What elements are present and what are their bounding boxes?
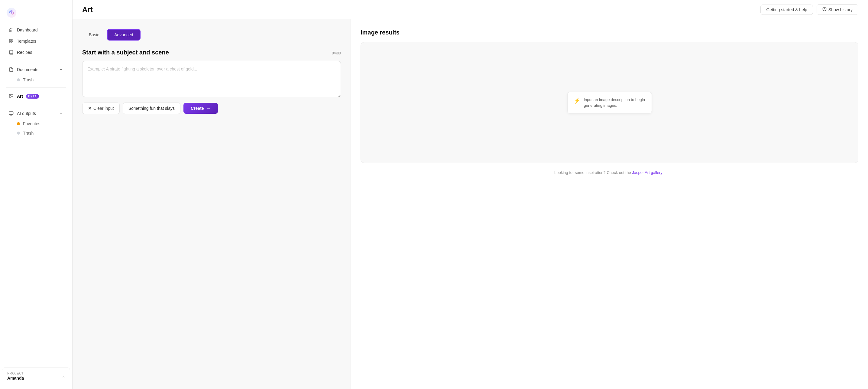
getting-started-label: Getting started & help — [766, 7, 807, 12]
show-history-label: Show history — [829, 7, 852, 12]
tab-basic[interactable]: Basic — [82, 29, 106, 40]
sidebar-item-ai-outputs-label: AI outputs — [17, 111, 36, 116]
sidebar-item-art[interactable]: Art BETA — [2, 91, 70, 102]
placeholder-text: Input an image description to begin gene… — [584, 97, 646, 109]
sidebar-item-documents-trash-label: Trash — [23, 78, 34, 82]
placeholder-message: ⚡ Input an image description to begin ge… — [567, 92, 652, 114]
right-panel: Image results ⚡ Input an image descripti… — [350, 19, 868, 389]
sidebar-item-favorites[interactable]: Favorites — [2, 119, 70, 128]
svg-point-7 — [10, 95, 11, 96]
create-button[interactable]: Create → — [183, 103, 218, 114]
sidebar-item-art-label: Art — [17, 94, 23, 99]
top-header: Art Getting started & help Show history — [72, 0, 868, 19]
sidebar-item-dashboard[interactable]: Dashboard — [2, 25, 70, 35]
dot-icon-ai-trash — [17, 132, 20, 135]
show-history-button[interactable]: Show history — [817, 4, 858, 15]
sidebar-item-documents[interactable]: Documents + — [2, 64, 70, 75]
sidebar-item-ai-outputs[interactable]: AI outputs + — [2, 108, 70, 119]
svg-rect-8 — [9, 112, 13, 114]
book-icon — [8, 50, 14, 55]
dot-icon-trash — [17, 78, 20, 81]
main-content: Art Getting started & help Show history … — [72, 0, 868, 389]
inspiration-text: Looking for some inspiration? Check out … — [361, 170, 858, 175]
dot-icon-favorites — [17, 122, 20, 125]
prompt-section: Start with a subject and scene 0/400 ✕ C… — [82, 49, 341, 114]
grid-icon — [8, 38, 14, 44]
sidebar-item-trash[interactable]: Trash — [2, 129, 70, 138]
project-name: Amanda ⌃ — [7, 376, 65, 381]
document-icon — [8, 67, 14, 72]
action-row: ✕ Clear input Something fun that slays C… — [82, 103, 341, 114]
clear-input-button[interactable]: ✕ Clear input — [82, 103, 120, 114]
sidebar-item-recipes[interactable]: Recipes — [2, 47, 70, 58]
svg-point-1 — [10, 10, 12, 12]
inspiration-link[interactable]: Jasper Art gallery — [632, 170, 662, 175]
sidebar-item-templates[interactable]: Templates — [2, 36, 70, 47]
plus-icon-documents[interactable]: + — [58, 67, 64, 72]
content-area: Basic Advanced Start with a subject and … — [72, 19, 868, 389]
tab-advanced[interactable]: Advanced — [107, 29, 140, 40]
arrow-icon: → — [207, 106, 211, 111]
left-panel: Basic Advanced Start with a subject and … — [72, 19, 350, 389]
svg-rect-5 — [11, 41, 13, 43]
sidebar-divider-3 — [6, 105, 66, 105]
clock-icon — [823, 7, 827, 12]
tab-group: Basic Advanced — [82, 29, 341, 40]
prompt-textarea[interactable] — [82, 61, 341, 97]
sidebar-item-documents-trash[interactable]: Trash — [2, 75, 70, 84]
prompt-section-title: Start with a subject and scene — [82, 49, 169, 56]
svg-rect-3 — [11, 39, 13, 41]
sidebar-nav: Dashboard Templates Recipes Documents + — [0, 24, 72, 367]
create-label: Create — [191, 106, 204, 111]
sidebar-divider-2 — [6, 87, 66, 88]
ai-outputs-icon — [8, 111, 14, 116]
sidebar-item-recipes-label: Recipes — [17, 50, 32, 55]
results-title: Image results — [361, 29, 858, 36]
project-section[interactable]: PROJECT Amanda ⌃ — [2, 367, 70, 384]
fun-button-label: Something fun that slays — [128, 106, 175, 111]
page-title: Art — [82, 5, 93, 14]
plus-icon-ai-outputs[interactable]: + — [58, 111, 64, 116]
sidebar-item-trash-label: Trash — [23, 131, 34, 136]
x-icon: ✕ — [88, 106, 92, 111]
svg-rect-2 — [9, 39, 11, 41]
sidebar: Dashboard Templates Recipes Documents + — [0, 0, 72, 389]
sidebar-item-documents-label: Documents — [17, 67, 38, 72]
chevron-icon: ⌃ — [62, 376, 65, 380]
sidebar-divider-1 — [6, 61, 66, 61]
sidebar-item-dashboard-label: Dashboard — [17, 28, 38, 32]
header-actions: Getting started & help Show history — [761, 4, 858, 15]
fun-button[interactable]: Something fun that slays — [123, 103, 180, 114]
project-label: PROJECT — [7, 371, 65, 375]
svg-rect-4 — [9, 41, 11, 43]
image-results-area: ⚡ Input an image description to begin ge… — [361, 42, 858, 163]
logo — [0, 5, 72, 24]
art-beta-badge: BETA — [26, 94, 39, 99]
getting-started-button[interactable]: Getting started & help — [761, 4, 813, 15]
sidebar-item-favorites-label: Favorites — [23, 121, 40, 126]
lightning-icon: ⚡ — [574, 98, 580, 104]
home-icon — [8, 27, 14, 33]
char-count: 0/400 — [332, 51, 341, 55]
art-icon — [8, 93, 14, 99]
sidebar-item-templates-label: Templates — [17, 39, 36, 44]
clear-input-label: Clear input — [93, 106, 114, 111]
